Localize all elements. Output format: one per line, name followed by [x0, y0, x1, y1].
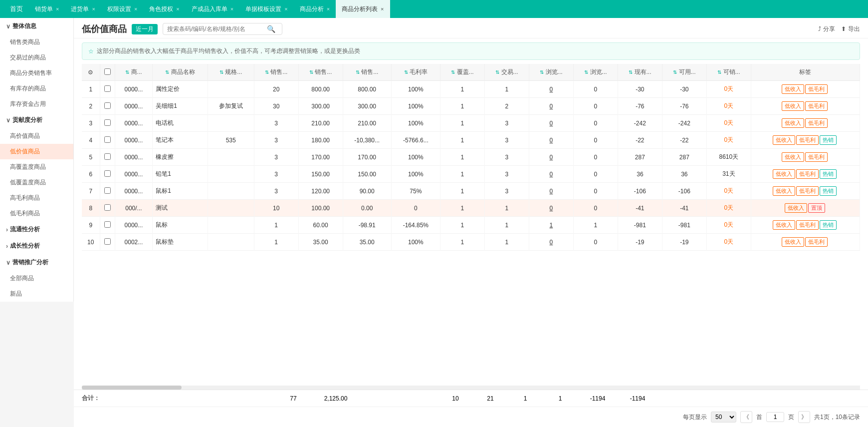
- browse-link[interactable]: 0: [550, 171, 553, 178]
- nav-close-purchase[interactable]: ×: [92, 6, 95, 12]
- nav-close-inventory[interactable]: ×: [230, 6, 233, 12]
- search-icon[interactable]: 🔍: [267, 25, 275, 33]
- col-sale-amount[interactable]: ⇅ 销售...: [298, 64, 343, 81]
- col-available[interactable]: ⇅ 可用...: [662, 64, 706, 81]
- col-code[interactable]: ⇅ 商...: [115, 64, 153, 81]
- cell-browse1[interactable]: 0: [529, 81, 573, 98]
- nav-close-product-analysis[interactable]: ×: [327, 6, 330, 12]
- col-spec[interactable]: ⇅ 规格...: [208, 64, 254, 81]
- search-input[interactable]: [167, 25, 267, 32]
- sidebar-item-high-coverage[interactable]: 高覆盖度商品: [0, 159, 73, 175]
- share-button[interactable]: ⤴ 分享: [818, 25, 835, 33]
- sidebar-item-stock-products[interactable]: 有库存的商品: [0, 81, 73, 96]
- sidebar-item-high-value[interactable]: 高价值商品: [0, 128, 73, 144]
- scrollbar-area[interactable]: [82, 386, 860, 390]
- nav-roles[interactable]: 角色授权 ×: [143, 0, 185, 18]
- cell-browse1[interactable]: 0: [529, 200, 573, 217]
- col-current-stock[interactable]: ⇅ 现有...: [618, 64, 662, 81]
- col-name[interactable]: ⇅ 商品名称: [153, 64, 208, 81]
- pagination-bar: 每页显示 50 100 200 《 首 页 》 共1页，10条记录: [74, 407, 868, 427]
- col-sellable[interactable]: ⇅ 可销...: [706, 64, 751, 81]
- col-settings[interactable]: ⚙: [82, 64, 100, 81]
- sidebar-item-category-rate[interactable]: 商品分类销售率: [0, 65, 73, 81]
- nav-inventory[interactable]: 产成品入库单 ×: [186, 0, 239, 18]
- next-page-btn[interactable]: 》: [798, 411, 810, 423]
- cell-browse1[interactable]: 0: [529, 166, 573, 183]
- page-size-select[interactable]: 50 100 200: [711, 412, 736, 423]
- cell-checkbox[interactable]: [100, 183, 115, 200]
- sidebar-group-circulation[interactable]: › 流通性分析: [0, 221, 73, 238]
- cell-checkbox[interactable]: [100, 149, 115, 166]
- scrollbar-thumb[interactable]: [82, 386, 182, 390]
- col-gross-margin[interactable]: ⇅ 毛利率: [391, 64, 440, 81]
- cell-browse1[interactable]: 0: [529, 98, 573, 115]
- cell-browse1[interactable]: 1: [529, 217, 573, 234]
- browse-link[interactable]: 0: [550, 205, 553, 212]
- cell-browse1[interactable]: 0: [529, 132, 573, 149]
- sidebar-item-low-coverage[interactable]: 低覆盖度商品: [0, 175, 73, 190]
- sidebar-item-low-value[interactable]: 低价值商品: [0, 144, 73, 159]
- sidebar-item-new-products[interactable]: 新品: [0, 286, 73, 302]
- browse-link[interactable]: 0: [550, 154, 553, 161]
- cell-checkbox[interactable]: [100, 81, 115, 98]
- sidebar-group-contribution[interactable]: ∨ 贡献度分析: [0, 112, 73, 128]
- select-all-checkbox[interactable]: [104, 68, 111, 75]
- nav-sales[interactable]: 销货单 ×: [29, 0, 65, 18]
- cell-checkbox[interactable]: [100, 98, 115, 115]
- col-sale-qty[interactable]: ⇅ 销售...: [254, 64, 298, 81]
- nav-template[interactable]: 单据模板设置 ×: [239, 0, 293, 18]
- period-badge[interactable]: 近一月: [132, 24, 158, 34]
- cell-browse1[interactable]: 0: [529, 183, 573, 200]
- browse-link[interactable]: 0: [550, 103, 553, 110]
- browse-link[interactable]: 1: [550, 222, 553, 229]
- export-button[interactable]: ⬆ 导出: [841, 25, 860, 33]
- col-checkbox[interactable]: [100, 64, 115, 81]
- nav-home[interactable]: 首页: [4, 0, 29, 18]
- col-tags[interactable]: 标签: [751, 64, 860, 81]
- settings-icon[interactable]: ⚙: [88, 69, 93, 76]
- cell-checkbox[interactable]: [100, 166, 115, 183]
- cell-checkbox[interactable]: [100, 234, 115, 251]
- nav-close-template[interactable]: ×: [284, 6, 287, 12]
- tag-item: 低收入: [773, 169, 795, 179]
- col-browse2[interactable]: ⇅ 浏览...: [573, 64, 618, 81]
- col-trade[interactable]: ⇅ 交易...: [484, 64, 529, 81]
- browse-link[interactable]: 0: [550, 120, 553, 127]
- sidebar-item-all-products[interactable]: 全部商品: [0, 271, 73, 286]
- sidebar-group-marketing[interactable]: ∨ 营销推广分析: [0, 254, 73, 271]
- cell-checkbox[interactable]: [100, 217, 115, 234]
- nav-permissions[interactable]: 权限设置 ×: [101, 0, 143, 18]
- sidebar-group-overall[interactable]: ∨ 整体信息: [0, 18, 73, 34]
- sidebar-group-growth[interactable]: › 成长性分析: [0, 238, 73, 254]
- nav-purchase[interactable]: 进货单 ×: [65, 0, 101, 18]
- cell-browse1[interactable]: 0: [529, 149, 573, 166]
- nav-close-sales[interactable]: ×: [56, 6, 59, 12]
- col-browse1[interactable]: ⇅ 浏览...: [529, 64, 573, 81]
- sidebar-item-traded-products[interactable]: 交易过的商品: [0, 50, 73, 65]
- cell-checkbox[interactable]: [100, 132, 115, 149]
- sidebar-item-stock-capital[interactable]: 库存资金占用: [0, 96, 73, 112]
- cell-browse1[interactable]: 0: [529, 115, 573, 132]
- cell-checkbox[interactable]: [100, 200, 115, 217]
- sidebar-item-low-margin[interactable]: 低毛利商品: [0, 206, 73, 221]
- cell-available: -19: [662, 234, 706, 251]
- first-page-btn[interactable]: 《: [740, 411, 752, 423]
- nav-product-list[interactable]: 商品分析列表 ×: [336, 0, 390, 18]
- browse-link[interactable]: 0: [550, 239, 553, 246]
- sidebar-item-sales-products[interactable]: 销售类商品: [0, 34, 73, 50]
- nav-close-roles[interactable]: ×: [176, 6, 179, 12]
- nav-close-product-list[interactable]: ×: [381, 6, 384, 12]
- browse-link[interactable]: 0: [550, 86, 553, 93]
- page-number-input[interactable]: [766, 412, 784, 422]
- col-coverage[interactable]: ⇅ 覆盖...: [440, 64, 484, 81]
- nav-close-permissions[interactable]: ×: [134, 6, 137, 12]
- nav-product-analysis[interactable]: 商品分析 ×: [294, 0, 336, 18]
- sidebar-item-high-margin[interactable]: 高毛利商品: [0, 190, 73, 206]
- browse-link[interactable]: 0: [550, 188, 553, 195]
- page-label: 首: [756, 413, 762, 422]
- cell-browse1[interactable]: 0: [529, 234, 573, 251]
- cell-checkbox[interactable]: [100, 115, 115, 132]
- table-container[interactable]: ⚙ ⇅ 商... ⇅ 商品名称 ⇅ 规格... ⇅ 销售... ⇅ 销售... …: [74, 64, 868, 386]
- browse-link[interactable]: 0: [550, 137, 553, 144]
- col-sale-price[interactable]: ⇅ 销售...: [343, 64, 391, 81]
